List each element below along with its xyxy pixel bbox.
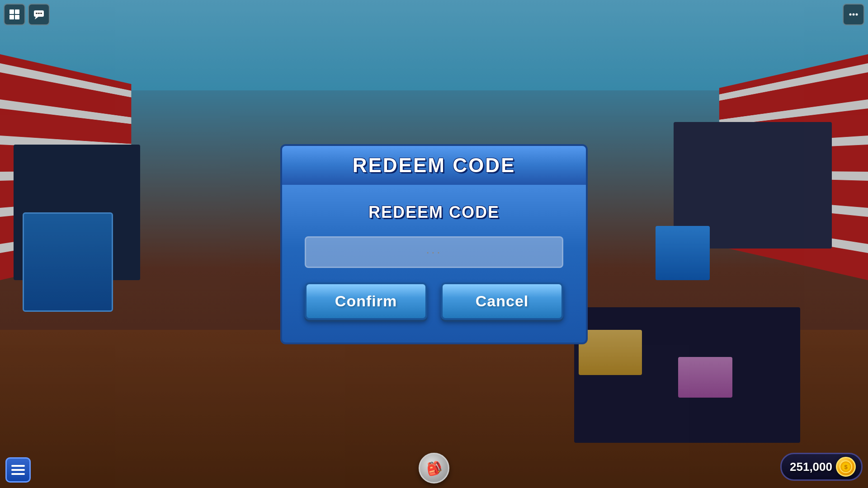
redeem-code-modal: REDEEM CODE REDEEM CODE Confirm Cancel — [280, 144, 588, 344]
coin-icon: $ — [836, 457, 856, 477]
backpack-button[interactable]: 🎒 — [419, 453, 449, 483]
modal-title-bar: REDEEM CODE — [280, 144, 588, 185]
svg-point-10 — [853, 14, 855, 16]
svg-rect-6 — [36, 13, 38, 14]
svg-point-11 — [856, 14, 858, 16]
confirm-button[interactable]: Confirm — [305, 282, 427, 320]
currency-display: 251,000 $ — [780, 453, 863, 481]
top-right-chat[interactable] — [843, 4, 864, 25]
currency-amount: 251,000 — [790, 460, 832, 474]
cancel-button[interactable]: Cancel — [441, 282, 563, 320]
svg-rect-2 — [9, 15, 14, 19]
top-left-icons — [4, 4, 50, 25]
svg-point-9 — [849, 14, 852, 16]
chat-icon-button[interactable] — [843, 4, 864, 25]
menu-bar-2 — [11, 469, 25, 471]
redeem-code-inner-label: REDEEM CODE — [368, 203, 500, 222]
backpack-icon: 🎒 — [425, 459, 443, 478]
modal-title-text: REDEEM CODE — [353, 154, 516, 176]
svg-rect-1 — [15, 9, 19, 14]
svg-text:$: $ — [844, 464, 848, 470]
svg-rect-8 — [40, 13, 42, 14]
menu-button[interactable] — [5, 457, 31, 483]
modal-buttons-row: Confirm Cancel — [305, 282, 563, 320]
chat-button[interactable] — [28, 4, 50, 25]
svg-rect-7 — [38, 13, 40, 14]
svg-marker-5 — [35, 17, 38, 19]
modal-body: REDEEM CODE Confirm Cancel — [280, 185, 588, 344]
roblox-home-button[interactable] — [4, 4, 25, 25]
code-input[interactable] — [305, 236, 563, 268]
menu-bar-3 — [11, 473, 25, 475]
svg-rect-3 — [15, 15, 19, 19]
menu-bar-1 — [11, 465, 25, 467]
svg-rect-0 — [9, 9, 14, 14]
